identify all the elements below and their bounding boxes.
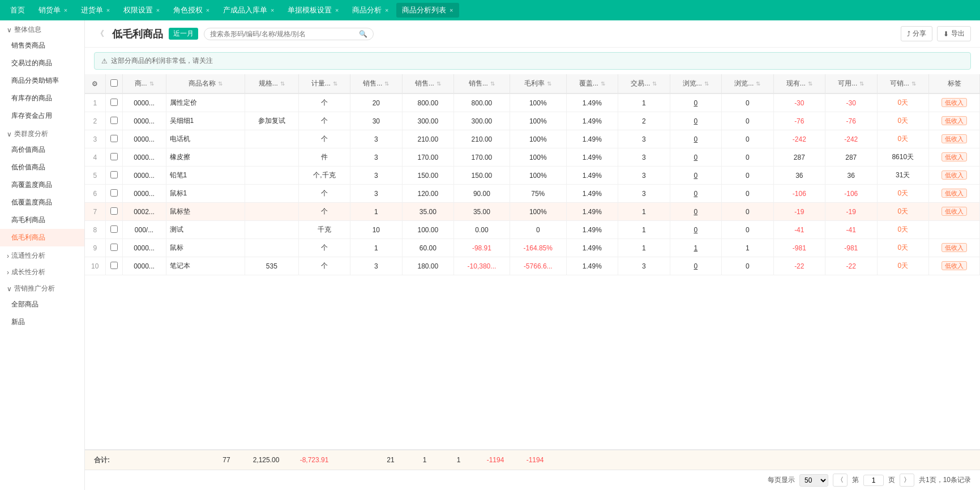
export-button[interactable]: ⬇ 导出 — [937, 26, 971, 41]
th-sellable-days: 可销...⇅ — [877, 74, 928, 93]
row-views1[interactable]: 0 — [670, 185, 721, 203]
th-checkbox[interactable] — [105, 74, 122, 93]
share-button[interactable]: ⤴ 分享 — [901, 26, 932, 41]
nav-close-purchase[interactable]: × — [106, 7, 110, 14]
row-views1[interactable]: 0 — [670, 203, 721, 221]
nav-purchase[interactable]: 进货单 × — [75, 3, 115, 18]
footer-empty1 — [340, 456, 374, 464]
sidebar-group-marketing[interactable]: ∨ 营销推广分析 — [0, 279, 84, 296]
sidebar-group-overall[interactable]: ∨ 整体信息 — [0, 20, 84, 37]
filter-tag-button[interactable]: 近一月 — [169, 28, 198, 40]
nav-close-products[interactable]: × — [271, 7, 274, 14]
nav-close-permissions[interactable]: × — [156, 7, 160, 14]
th-stock-current: 现有...⇅ — [773, 74, 825, 93]
sort-icon-code[interactable]: ⇅ — [149, 80, 154, 87]
sidebar-group-cluster[interactable]: ∨ 类群度分析 — [0, 125, 84, 141]
collapse-sidebar-button[interactable]: 《 — [94, 27, 106, 41]
sidebar-item-low-coverage[interactable]: 低覆盖度商品 — [0, 194, 84, 211]
row-spec — [245, 93, 299, 112]
nav-close-analysis-list[interactable]: × — [450, 7, 453, 14]
prev-page-button[interactable]: 〈 — [833, 474, 848, 487]
sort-icon-gross-margin[interactable]: ⇅ — [547, 80, 551, 87]
sidebar-item-low-margin[interactable]: 低毛利商品 — [0, 229, 84, 246]
row-checkbox[interactable] — [105, 112, 122, 130]
nav-close-templates[interactable]: × — [335, 7, 339, 14]
row-stock-usable: -242 — [825, 130, 877, 148]
row-checkbox[interactable] — [105, 167, 122, 185]
next-page-button[interactable]: 〉 — [900, 474, 914, 487]
page-size-select[interactable]: 50 100 200 — [799, 474, 828, 487]
row-num: 3 — [85, 130, 105, 148]
row-views1[interactable]: 0 — [670, 167, 721, 185]
chevron-right-icon: › — [7, 252, 9, 260]
sort-icon-name[interactable]: ⇅ — [218, 80, 222, 87]
nav-roles[interactable]: 角色授权 × — [168, 3, 215, 18]
row-views1[interactable]: 0 — [670, 257, 721, 275]
nav-analysis-list[interactable]: 商品分析列表 × — [396, 3, 459, 18]
page-number-input[interactable] — [863, 475, 884, 486]
sort-icon-spec[interactable]: ⇅ — [280, 80, 285, 87]
row-checkbox[interactable] — [105, 239, 122, 257]
sort-icon-coverage[interactable]: ⇅ — [601, 80, 605, 87]
nav-home[interactable]: 首页 — [5, 3, 31, 18]
table-row: 7 0002... 鼠标垫 个 1 35.00 35.00 100% 1.49%… — [85, 203, 980, 221]
row-views1[interactable]: 0 — [670, 130, 721, 148]
nav-templates[interactable]: 单据模板设置 × — [282, 3, 344, 18]
nav-permissions[interactable]: 权限设置 × — [118, 3, 165, 18]
select-all-checkbox[interactable] — [110, 79, 118, 87]
row-views1[interactable]: 0 — [670, 93, 721, 112]
row-sales-price: 180.00 — [402, 257, 453, 275]
sidebar-item-sales-goods[interactable]: 销售类商品 — [0, 37, 84, 54]
sort-icon-views2[interactable]: ⇅ — [756, 80, 760, 87]
sidebar-item-traded-goods[interactable]: 交易过的商品 — [0, 54, 84, 72]
nav-products[interactable]: 产成品入库单 × — [217, 3, 280, 18]
sort-icon-trade[interactable]: ⇅ — [652, 80, 657, 87]
sidebar-item-high-margin[interactable]: 高毛利商品 — [0, 211, 84, 229]
sort-icon-sales-profit[interactable]: ⇅ — [490, 80, 495, 87]
sidebar-item-high-value[interactable]: 高价值商品 — [0, 141, 84, 159]
sort-icon-sales-price[interactable]: ⇅ — [436, 80, 441, 87]
search-input[interactable] — [210, 30, 356, 38]
nav-analysis[interactable]: 商品分析 × — [346, 3, 394, 18]
sidebar-group-flow[interactable]: › 流通性分析 — [0, 246, 84, 263]
row-code: 000/... — [122, 221, 166, 239]
row-sales-profit: 0.00 — [454, 221, 510, 239]
search-box[interactable]: 🔍 — [204, 28, 374, 40]
row-views1[interactable]: 0 — [670, 221, 721, 239]
sort-icon-views1[interactable]: ⇅ — [704, 80, 709, 87]
row-views1[interactable]: 0 — [670, 112, 721, 130]
sidebar-item-category-rate[interactable]: 商品分类助销率 — [0, 72, 84, 90]
sort-icon-sales-qty[interactable]: ⇅ — [384, 80, 389, 87]
row-views1[interactable]: 1 — [670, 239, 721, 257]
row-gross-margin: 100% — [510, 112, 566, 130]
sort-icon-unit[interactable]: ⇅ — [333, 80, 337, 87]
sidebar-item-high-coverage[interactable]: 高覆盖度商品 — [0, 176, 84, 194]
sidebar-item-low-value[interactable]: 低价值商品 — [0, 159, 84, 176]
nav-close-roles[interactable]: × — [206, 7, 209, 14]
row-checkbox[interactable] — [105, 130, 122, 148]
sort-icon-stock[interactable]: ⇅ — [808, 80, 812, 87]
sidebar-item-stocked-goods[interactable]: 有库存的商品 — [0, 90, 84, 107]
row-trade-times: 3 — [618, 257, 670, 275]
row-views1[interactable]: 0 — [670, 148, 721, 167]
search-icon[interactable]: 🔍 — [359, 30, 367, 38]
row-checkbox[interactable] — [105, 185, 122, 203]
sidebar-group-growth[interactable]: › 成长性分析 — [0, 263, 84, 279]
row-sellable-days: 31天 — [877, 167, 928, 185]
nav-close-sales[interactable]: × — [64, 7, 67, 14]
row-checkbox[interactable] — [105, 221, 122, 239]
settings-icon[interactable]: ⚙ — [92, 80, 98, 88]
sidebar-item-all-goods[interactable]: 全部商品 — [0, 296, 84, 313]
row-checkbox[interactable] — [105, 148, 122, 167]
nav-close-analysis[interactable]: × — [385, 7, 388, 14]
row-spec — [245, 185, 299, 203]
row-checkbox[interactable] — [105, 93, 122, 112]
sort-icon-days[interactable]: ⇅ — [911, 80, 916, 87]
row-checkbox[interactable] — [105, 257, 122, 275]
row-checkbox[interactable] — [105, 203, 122, 221]
nav-sales[interactable]: 销货单 × — [33, 3, 73, 18]
sort-icon-usable[interactable]: ⇅ — [859, 80, 864, 87]
sidebar-item-new-goods[interactable]: 新品 — [0, 313, 84, 331]
th-settings[interactable]: ⚙ — [85, 74, 105, 93]
sidebar-item-stock-funds[interactable]: 库存资金占用 — [0, 107, 84, 125]
